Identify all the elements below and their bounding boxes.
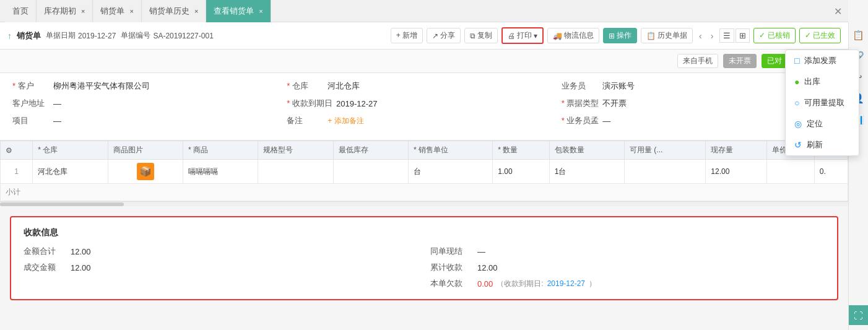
dropdown-add-invoice-label: 添加发票 [804,55,836,66]
sidebar-doc-icon[interactable]: 📋 [850,27,867,43]
col-warehouse: * 仓库 [33,141,108,160]
tab-home[interactable]: 首页 [5,0,37,22]
tab-close-history[interactable]: × [194,7,198,15]
payment-total: 金额合计 12.00 [24,246,418,257]
bottom-section: 收款信息 金额合计 12.00 同单现结 — 成交金额 12.00 [0,206,848,310]
sidebar-expand-icon[interactable]: ⛶ [849,305,869,310]
secondary-toolbar: 来自手机 未开票 已对 可用量提取 [0,50,848,73]
list-view-icon[interactable]: ☰ [719,28,734,43]
payment-date-value: 2019-12-27 [336,99,378,108]
avail-qty-icon: ○ [794,98,799,108]
cell-pkg-qty: 1台 [549,160,624,184]
tab-view-sales[interactable]: 查看销货单 × [206,0,271,22]
cell-min-stock [333,160,408,184]
settings-icon: ⚙ [6,146,12,155]
sales-staff-value: — [602,116,610,126]
dropdown-add-invoice[interactable]: □ 添加发票 [786,50,859,71]
operation-dropdown: □ 添加发票 ● 出库 ○ 可用量提取 ◎ 定位 ↺ 刷新 [785,50,859,156]
share-icon: ↗ [432,32,438,40]
tab-sales-order[interactable]: 销货单 × [93,0,141,22]
tab-close-inventory[interactable]: × [81,7,85,15]
doc-icon: ↑ [7,31,12,41]
canceled-button[interactable]: ✓ 已核销 [753,28,795,43]
copy-icon: ⧉ [470,32,475,40]
warehouse-value: 河北仓库 [328,80,360,92]
product-image: 📦 [137,163,154,180]
cell-unit: 台 [408,160,492,184]
tab-close-view[interactable]: × [259,7,263,15]
cell-image: 📦 [108,160,183,184]
payment-date-field: 收款到期日 2019-12-27 [287,98,561,109]
add-note-button[interactable]: 添加备注 [328,116,363,126]
new-button[interactable]: + 新增 [391,28,423,43]
payment-info-section: 收款信息 金额合计 12.00 同单现结 — 成交金额 12.00 [24,227,825,289]
invoice-label: 票据类型 [562,98,599,109]
payment-same-order: 同单现结 — [430,246,825,257]
not-open-button[interactable]: 未开票 [723,54,757,68]
col-spec: 规格型号 [258,141,333,160]
payment-due-date: 2019-12-27 [547,279,585,288]
dropdown-outstock[interactable]: ● 出库 [786,71,859,92]
nav-next-arrow[interactable]: › [708,30,716,42]
effective-button[interactable]: ✓ 已生效 [799,28,841,43]
scroll-bar[interactable] [0,201,848,206]
nav-prev-arrow[interactable]: ‹ [697,30,705,42]
from-phone-button[interactable]: 来自手机 [677,54,718,68]
payment-deal-value: 12.00 [71,263,91,272]
address-value: — [53,99,61,108]
grid-view-icon[interactable]: ⊞ [736,28,750,43]
logistics-icon: 🚚 [553,32,562,40]
payment-deal-label: 成交金额 [24,262,67,273]
window-close-button[interactable]: ✕ [834,5,842,17]
payment-debt-label: 本单欠款 [430,278,474,289]
history-icon: 📋 [646,32,656,40]
cell-price [767,160,815,184]
dropdown-locate[interactable]: ◎ 定位 [786,113,859,134]
col-settings[interactable]: ⚙ [1,141,33,160]
cell-current-qty: 12.00 [706,160,767,184]
outstock-icon: ● [794,77,799,87]
customer-value: 柳州粤港平安气体有限公司 [53,80,150,92]
dropdown-refresh[interactable]: ↺ 刷新 [786,134,859,155]
tab-inventory-init[interactable]: 库存期初 × [37,0,93,22]
copy-button[interactable]: ⧉ 复制 [464,28,498,43]
print-button[interactable]: 🖨 打印 ▾ [501,27,544,44]
payment-empty [24,278,418,289]
payment-total-label: 金额合计 [24,246,67,257]
operation-button[interactable]: ⊞ 操作 [603,28,637,43]
col-goods: * 商品 [183,141,258,160]
payment-total-value: 12.00 [71,247,91,256]
cell-goods: 嗝嗝嗝嗝 [183,160,258,184]
doc-title: 销货单 [17,30,41,41]
share-button[interactable]: ↗ 分享 [427,28,461,43]
dropdown-locate-label: 定位 [807,118,823,129]
payment-debt: 本单欠款 0.00 （收款到期日: 2019-12-27 ） [430,278,825,289]
tab-sales-history[interactable]: 销货单历史 × [142,0,206,22]
toolbar-right: + 新增 ↗ 分享 ⧉ 复制 🖨 打印 ▾ 🚚 物流信息 ⊞ 操作 [391,27,841,44]
col-min-stock: 最低库存 [333,141,408,160]
cell-spec [258,160,333,184]
col-current-qty: 现存量 [706,141,767,160]
dropdown-outstock-label: 出库 [804,76,820,87]
dropdown-refresh-label: 刷新 [807,139,823,150]
staff-value: 演示账号 [602,80,635,92]
address-label: 客户地址 [12,98,50,109]
payment-same-order-label: 同单现结 [430,246,474,257]
date-label: 单据日期 [46,30,76,41]
customer-label: 客户 [12,80,50,92]
note-label: 备注 [287,115,324,126]
payment-date-label: 收款到期日 [287,98,332,109]
subtotal-row: 小计 [1,184,848,201]
project-label: 项目 [12,115,50,126]
dropdown-avail-qty[interactable]: ○ 可用量提取 [786,92,859,113]
tab-close-sales[interactable]: × [129,7,133,15]
date-value: 2019-12-27 [78,32,116,40]
address-field: 客户地址 — [12,98,287,109]
history-button[interactable]: 📋 历史单据 [641,28,693,43]
check-button[interactable]: 已对 [762,54,788,68]
form-row-3: 项目 — 备注 添加备注 业务员孟 — [12,115,836,126]
logistics-button[interactable]: 🚚 物流信息 [547,28,599,43]
main-toolbar: ↑ 销货单 单据日期 2019-12-27 单据编号 SA-20191227-0… [0,22,848,50]
operation-icon: ⊞ [609,32,615,40]
payment-panel: 收款信息 金额合计 12.00 同单现结 — 成交金额 12.00 [10,216,838,300]
